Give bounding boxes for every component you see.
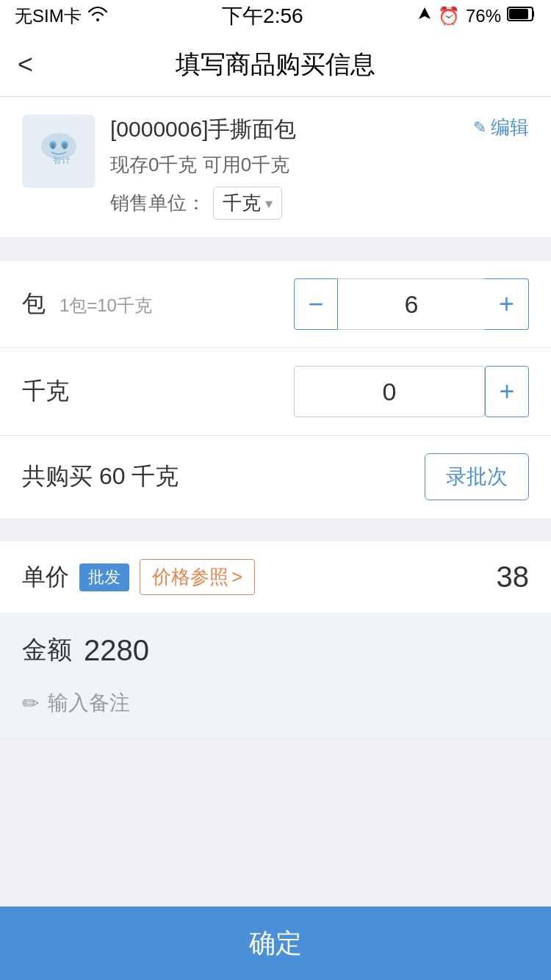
edit-label: 编辑 [491, 115, 529, 140]
location-icon [417, 6, 432, 26]
product-image: 智计 [22, 115, 96, 188]
svg-rect-1 [509, 9, 528, 19]
carrier-label: 无SIM卡 [15, 4, 82, 28]
product-name: [0000006]手撕面包 [110, 115, 458, 145]
total-row: 共购买 60 千克 录批次 [0, 436, 551, 518]
package-row: 包 1包=10千克 − + [0, 261, 551, 348]
amount-value: 2280 [84, 634, 149, 667]
unit-label: 销售单位： [110, 190, 206, 216]
product-card: 智计 [0000006]手撕面包 现存0千克 可用0千克 销售单位： 千克 ▾ … [0, 97, 551, 237]
confirm-button[interactable]: 确定 [0, 907, 551, 980]
status-time: 下午2:56 [222, 2, 303, 30]
package-minus-button[interactable]: − [294, 278, 338, 330]
total-text: 共购买 60 千克 [22, 461, 179, 493]
kilogram-quantity-input[interactable] [294, 366, 485, 417]
price-ref-arrow-icon: > [231, 566, 242, 588]
product-info: [0000006]手撕面包 现存0千克 可用0千克 销售单位： 千克 ▾ [110, 115, 458, 220]
section-divider-2 [0, 518, 551, 530]
amount-label: 金额 [22, 633, 72, 667]
alarm-icon: ⏰ [438, 6, 460, 26]
batch-button[interactable]: 录批次 [425, 453, 529, 500]
amount-section: 金额 2280 ✏ 输入备注 [0, 613, 551, 738]
page-title: 填写商品购买信息 [176, 48, 375, 82]
price-ref-label: 价格参照 [152, 564, 228, 590]
kilogram-row: 千克 + [0, 348, 551, 436]
package-plus-button[interactable]: + [485, 278, 529, 330]
edit-icon: ✎ [473, 118, 486, 137]
unit-selector[interactable]: 千克 ▾ [213, 187, 282, 220]
confirm-label: 确定 [249, 926, 302, 962]
amount-row: 金额 2280 [22, 633, 529, 682]
kilogram-quantity-control: + [294, 366, 529, 417]
price-ref-button[interactable]: 价格参照 > [140, 559, 255, 595]
price-left: 单价 批发 价格参照 > [22, 559, 255, 595]
pencil-icon: ✏ [22, 691, 39, 716]
package-quantity-input[interactable] [338, 278, 485, 330]
package-sublabel: 1包=10千克 [60, 295, 152, 315]
package-quantity-control: − + [294, 278, 529, 330]
back-button[interactable]: < [18, 49, 33, 80]
price-label: 单价 [22, 561, 69, 594]
unit-arrow-icon: ▾ [265, 195, 273, 212]
remark-row[interactable]: ✏ 输入备注 [22, 682, 529, 738]
kilogram-plus-button[interactable]: + [485, 366, 529, 417]
nav-bar: < 填写商品购买信息 [0, 32, 551, 97]
status-right: ⏰ 76% [417, 6, 536, 26]
status-left: 无SIM卡 [15, 4, 108, 28]
wifi-icon [87, 6, 108, 26]
product-stock: 现存0千克 可用0千克 [110, 152, 458, 178]
unit-value: 千克 [223, 190, 261, 216]
input-section: 包 1包=10千克 − + 千克 + [0, 261, 551, 436]
battery-icon [507, 6, 536, 26]
price-value: 38 [497, 561, 530, 594]
price-row: 单价 批发 价格参照 > 38 [22, 559, 529, 595]
price-tag: 批发 [79, 563, 129, 591]
battery-label: 76% [466, 6, 501, 26]
svg-point-6 [62, 143, 67, 149]
price-section: 单价 批发 价格参照 > 38 [0, 541, 551, 613]
product-logo: 智计 [37, 130, 81, 173]
remark-placeholder: 输入备注 [48, 689, 130, 717]
edit-button[interactable]: ✎ 编辑 [473, 115, 529, 140]
svg-text:智计: 智计 [53, 155, 71, 165]
status-bar: 无SIM卡 下午2:56 ⏰ 76% [0, 0, 551, 32]
package-label-text: 包 [22, 290, 46, 317]
kilogram-label: 千克 [22, 375, 294, 408]
svg-point-5 [51, 143, 55, 149]
product-unit-row: 销售单位： 千克 ▾ [110, 187, 458, 220]
package-label: 包 1包=10千克 [22, 288, 294, 320]
section-divider-1 [0, 249, 551, 261]
